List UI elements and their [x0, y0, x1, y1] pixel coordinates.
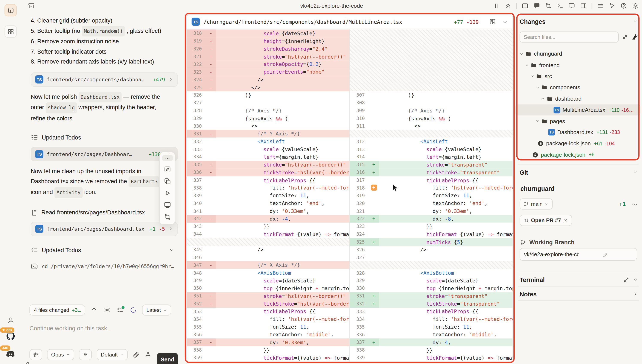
spinner-icon[interactable] [130, 306, 137, 313]
grid-tab[interactable] [5, 25, 17, 38]
chevron-down-icon[interactable] [520, 52, 524, 56]
chat-bubble-icon[interactable] [533, 2, 540, 9]
chevron-down-icon[interactable] [169, 247, 175, 252]
fast-forward-button[interactable] [79, 349, 92, 360]
discord-link[interactable]: 346 [6, 349, 16, 360]
diff-gutter: 323- [187, 68, 216, 76]
terminal-section-header[interactable]: Terminal [520, 275, 638, 284]
chevron-down-icon[interactable] [525, 63, 529, 67]
terminal-command-row[interactable]: cd /private/var/folders/10/h7w0q46556ggr… [31, 262, 178, 270]
play-icon[interactable] [164, 190, 171, 197]
chevrons-up-icon[interactable] [505, 2, 511, 9]
text-segment [390, 301, 426, 307]
diff-gutter: 343 [187, 222, 216, 230]
up-arrow-icon[interactable] [91, 306, 98, 313]
text-segment: tickLabelProps [263, 177, 306, 183]
text-segment [227, 38, 263, 44]
file-chip[interactable]: TS frontend/src/components/dashboa… +479 [31, 72, 178, 87]
send-button[interactable]: Send [157, 352, 178, 364]
cursor-icon[interactable] [609, 2, 615, 9]
files-changed-chip[interactable]: 4 files changed +3… [30, 304, 85, 316]
chevron-down-icon[interactable] [535, 86, 539, 90]
pen-button[interactable] [23, 360, 30, 364]
menu-icon[interactable] [597, 2, 603, 9]
tree-folder[interactable]: frontend [515, 60, 640, 70]
expand-terminal-button[interactable] [623, 277, 629, 282]
tree-file[interactable]: TSDashboard.tsx+131-233 [515, 127, 640, 138]
mode-dropdown[interactable]: Default [97, 349, 128, 360]
diff-gutter: 341 [187, 207, 216, 215]
chevron-down-icon[interactable] [633, 19, 638, 24]
settings-sliders-button[interactable] [30, 349, 42, 360]
tree-folder[interactable]: components [515, 82, 640, 93]
checklist-icon[interactable] [117, 306, 124, 313]
panel-layout-icon[interactable] [521, 2, 528, 9]
archive-icon[interactable] [28, 2, 35, 9]
model-dropdown[interactable]: Opus [47, 349, 74, 360]
tree-file[interactable]: package-lock.json+6 [515, 149, 640, 160]
chevron-down-icon[interactable] [530, 74, 534, 78]
attach-button[interactable] [133, 351, 140, 358]
chevron-down-icon[interactable] [633, 277, 638, 282]
chevron-right-icon[interactable] [633, 292, 638, 296]
collapse-tree-button[interactable] [622, 34, 628, 40]
chevron-down-icon[interactable] [633, 170, 638, 175]
tree-file[interactable]: package-lock.json+61-104 [515, 138, 640, 149]
files-changed-label: 4 files changed [34, 307, 69, 313]
workspace-tab[interactable] [5, 4, 17, 16]
notes-section-header[interactable]: Notes [520, 290, 638, 298]
git-compare-icon[interactable] [164, 213, 171, 220]
square-pen-icon[interactable] [164, 166, 171, 173]
diff-view-toggle[interactable] [489, 18, 496, 25]
text-segment: pointerEvents [263, 69, 303, 75]
conductor-bird-icon[interactable] [631, 33, 638, 40]
text-segment: && [276, 115, 282, 122]
diff-row: 350 top={innerHeight + margin.top} [187, 284, 349, 292]
experiments-button[interactable] [145, 351, 152, 358]
monitor-icon[interactable] [568, 2, 575, 9]
working-branch-input[interactable]: vk/4e2a-explore-the-code [520, 248, 637, 261]
help-icon[interactable] [620, 2, 627, 9]
diff-row: 320- strokeDasharray="2,4" [187, 45, 349, 52]
git-compare-icon[interactable] [545, 2, 552, 9]
chevron-down-icon[interactable] [535, 119, 539, 123]
changes-section-header[interactable]: Changes [520, 17, 638, 25]
text-segment: => [488, 231, 494, 237]
chevron-down-icon[interactable] [541, 97, 545, 101]
version-dropdown[interactable]: Latest [142, 304, 171, 316]
file-chip-selected[interactable]: TS frontend/src/pages/Dashboar… +130 -2… [31, 147, 178, 162]
todos-row[interactable]: Updated Todos [31, 134, 178, 141]
git-more-button[interactable] [631, 201, 638, 207]
add-comment-button[interactable]: + [371, 185, 377, 191]
text-segment: = [445, 293, 448, 299]
open-pr-button[interactable]: Open PR #7 [520, 215, 572, 226]
tree-folder[interactable]: pages [515, 116, 640, 127]
tree-folder[interactable]: churnguard [515, 48, 640, 60]
monitor-icon[interactable] [164, 201, 171, 208]
diff-collapse-button[interactable] [502, 19, 508, 24]
tree-file[interactable]: TSMultiLineArea.tsx+110-16… [515, 104, 640, 116]
gear-icon[interactable] [632, 2, 638, 9]
search-input[interactable] [520, 31, 618, 42]
copy-icon[interactable] [164, 178, 171, 185]
line-number: 353 [187, 309, 206, 314]
tree-folder[interactable]: dashboard [515, 93, 640, 104]
inline-code: BarChart3 [129, 176, 160, 187]
read-file-row[interactable]: Read frontend/src/pages/Dashboard.tsx [31, 209, 178, 216]
file-chip[interactable]: TS frontend/src/pages/Dashboard.tsx +1 -… [31, 222, 178, 236]
todos-row[interactable]: Updated Todos [31, 246, 178, 254]
account-button[interactable] [7, 316, 15, 324]
sidebar-right-icon[interactable] [580, 2, 586, 9]
terminal-icon[interactable] [556, 2, 563, 9]
chat-input[interactable] [30, 325, 178, 332]
github-link[interactable]: ★22k [6, 331, 16, 342]
file-name: Dashboard.tsx [557, 129, 593, 136]
tree-folder[interactable]: src [515, 70, 640, 82]
pause-icon[interactable] [493, 2, 500, 9]
git-section-header[interactable]: Git [520, 168, 638, 176]
edit-branch-button[interactable] [578, 252, 632, 257]
sparkle-icon[interactable] [104, 306, 111, 313]
text-segment: && [439, 115, 445, 122]
branch-dropdown[interactable]: main [520, 198, 553, 210]
ellipsis-icon[interactable] [162, 155, 173, 162]
